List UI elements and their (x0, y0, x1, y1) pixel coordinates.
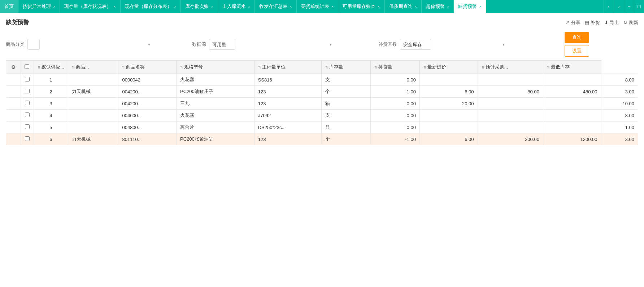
tab-expiry-label: 保质期查询 (389, 3, 413, 10)
nav-arrows: ‹ › － □ (604, 0, 644, 13)
cell-rownum: 6 (34, 133, 68, 145)
cell-min-stock: 8.00 (601, 74, 638, 86)
tab-abnormal-label: 拣货异常处理 (23, 3, 51, 10)
sort-icon-product-code: ⇅ (72, 65, 75, 69)
select-all-checkbox[interactable] (25, 64, 29, 69)
share-icon: ↗ (566, 20, 570, 25)
th-stock[interactable]: ⇅ 库存量 (322, 61, 371, 74)
tab-stock-dist[interactable]: 现存量（库存分布表） × (121, 0, 181, 13)
tab-collect-label: 收发存汇总表 (259, 3, 287, 10)
cell-product-name: 离合片 (177, 122, 254, 133)
cell-product-code: 004200... (118, 98, 177, 110)
th-unit[interactable]: ⇅ 主计量单位 (254, 61, 322, 74)
replenish-base-select[interactable]: 安全库存 (400, 39, 431, 50)
cell-checkbox[interactable] (21, 122, 34, 133)
refresh-btn[interactable]: ↻ 刷新 (623, 19, 638, 26)
table-row: 4 004600... 火花塞 J7092 支 0.00 8.00 (6, 110, 638, 122)
tab-stock-dist-label: 现存量（库存分布表） (125, 3, 172, 10)
cell-replenish (419, 74, 478, 86)
query-button[interactable]: 查询 (565, 32, 589, 43)
tab-order-stat-close[interactable]: × (331, 4, 334, 9)
cell-min-stock: 3.00 (601, 86, 638, 98)
cell-rownum: 4 (34, 110, 68, 122)
th-product-name[interactable]: ⇅ 商品名称 (118, 61, 177, 74)
sort-icon-product-name: ⇅ (122, 65, 125, 69)
tab-collect-close[interactable]: × (290, 4, 292, 9)
cell-latest-price (478, 110, 543, 122)
tab-available[interactable]: 可用量库存账本 × (338, 0, 384, 13)
tab-overstock-close[interactable]: × (447, 4, 449, 9)
tab-stock-dist-close[interactable]: × (174, 4, 176, 9)
tab-stock-status-close[interactable]: × (113, 4, 116, 9)
cell-latest-price (478, 98, 543, 110)
cell-settings (6, 133, 21, 145)
th-latest-price[interactable]: ⇅ 最新进价 (419, 61, 478, 74)
main-content: 缺货预警 ↗ 分享 ▤ 补货 ⬇ 导出 ↻ 刷新 商品分类 (0, 13, 644, 287)
tab-home-label: 首页 (4, 3, 14, 10)
tab-collect[interactable]: 收发存汇总表 × (255, 0, 296, 13)
cell-est-purchase (543, 74, 601, 86)
tab-batch-close[interactable]: × (211, 4, 213, 9)
cell-rownum: 5 (34, 122, 68, 133)
tab-batch[interactable]: 库存批次账 × (181, 0, 218, 13)
share-btn[interactable]: ↗ 分享 (566, 19, 580, 26)
replenish-base-label: 补货基数 (378, 41, 397, 48)
tab-overstock[interactable]: 超储预警 × (422, 0, 454, 13)
cell-product-code: 004200... (118, 86, 177, 98)
cell-supplier (68, 110, 118, 122)
th-min-stock[interactable]: ⇅ 最低库存 (543, 61, 601, 74)
nav-maximize-btn[interactable]: □ (634, 0, 644, 13)
row-checkbox[interactable] (25, 101, 30, 105)
cell-checkbox[interactable] (21, 110, 34, 122)
category-select[interactable] (27, 39, 40, 50)
tab-abnormal[interactable]: 拣货异常处理 × (18, 0, 60, 13)
nav-minimize-btn[interactable]: － (624, 0, 634, 13)
sort-icon-stock: ⇅ (325, 65, 328, 69)
th-spec[interactable]: ⇅ 规格型号 (177, 61, 254, 74)
cell-settings (6, 122, 21, 133)
nav-prev-btn[interactable]: ‹ (604, 0, 614, 13)
cell-replenish: 6.00 (419, 133, 478, 145)
tab-inout[interactable]: 出入库流水 × (218, 0, 255, 13)
th-checkbox[interactable] (21, 61, 34, 74)
cell-checkbox[interactable] (21, 86, 34, 98)
cell-unit: 箱 (322, 98, 371, 110)
th-supplier[interactable]: ⇅ 默认供应... (34, 61, 68, 74)
th-product-code[interactable]: ⇅ 商品... (68, 61, 118, 74)
tab-stock-status[interactable]: 现存量（库存状况表） × (60, 0, 120, 13)
cell-supplier: 力天机械 (68, 86, 118, 98)
cell-checkbox[interactable] (21, 98, 34, 110)
th-est-purchase[interactable]: ⇅ 预计采购... (478, 61, 543, 74)
th-replenish[interactable]: ⇅ 补货量 (371, 61, 420, 74)
export-btn[interactable]: ⬇ 导出 (604, 19, 619, 26)
replenish-icon: ▤ (585, 20, 589, 25)
settings-button[interactable]: 设置 (565, 45, 589, 57)
row-checkbox[interactable] (25, 124, 30, 129)
cell-spec: 123 (254, 133, 322, 145)
datasource-select[interactable]: 可用量 (209, 39, 235, 50)
row-checkbox[interactable] (25, 112, 30, 117)
cell-checkbox[interactable] (21, 74, 34, 86)
settings-gear-icon[interactable]: ⚙ (10, 63, 17, 71)
tab-order-stat[interactable]: 要货单统计表 × (297, 0, 338, 13)
tab-expiry[interactable]: 保质期查询 × (385, 0, 422, 13)
th-settings[interactable]: ⚙ (6, 61, 21, 74)
tab-shortage-close[interactable]: × (479, 4, 481, 9)
cell-checkbox[interactable] (21, 133, 34, 145)
replenish-btn[interactable]: ▤ 补货 (585, 19, 600, 26)
row-checkbox[interactable] (25, 89, 30, 93)
row-checkbox[interactable] (25, 136, 30, 141)
nav-next-btn[interactable]: › (614, 0, 624, 13)
tab-available-close[interactable]: × (378, 4, 380, 9)
cell-unit: 只 (322, 122, 371, 133)
tab-expiry-close[interactable]: × (415, 4, 417, 9)
cell-rownum: 2 (34, 86, 68, 98)
tab-shortage[interactable]: 缺货预警 × (454, 0, 486, 13)
row-checkbox[interactable] (25, 77, 30, 81)
tab-inout-close[interactable]: × (248, 4, 250, 9)
tab-home[interactable]: 首页 (0, 0, 18, 13)
sort-icon-latest-price: ⇅ (423, 65, 426, 69)
table-row: 2 力天机械 004200... PC200油缸庄子 123 个 -1.00 6… (6, 86, 638, 98)
cell-stock: 0.00 (371, 110, 420, 122)
tab-abnormal-close[interactable]: × (53, 4, 55, 9)
